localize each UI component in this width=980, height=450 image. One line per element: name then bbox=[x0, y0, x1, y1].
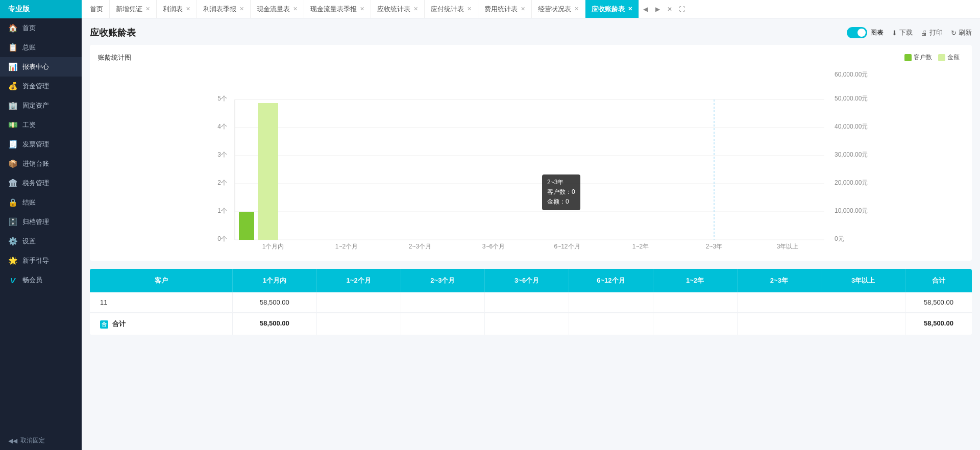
table-total-row: 合 合计 58,500.00 58,500.00 bbox=[90, 313, 972, 335]
svg-text:0个: 0个 bbox=[217, 235, 227, 242]
sidebar-item-label: 归档管理 bbox=[22, 217, 49, 227]
svg-text:5个: 5个 bbox=[217, 95, 227, 102]
sidebar-item-label: 畅会员 bbox=[22, 276, 42, 285]
total-icon: 合 bbox=[100, 320, 108, 329]
data-table: 客户 1个月内 1~2个月 2~3个月 3~6个月 6~12个月 1~2年 2~… bbox=[90, 269, 972, 335]
sidebar-item-label: 进销台账 bbox=[22, 159, 49, 168]
sidebar-item-tax[interactable]: 🏛️ 税务管理 bbox=[0, 173, 82, 193]
download-button[interactable]: ⬇ 下载 bbox=[892, 28, 913, 37]
tab-close-all-button[interactable]: ✕ bbox=[664, 3, 676, 15]
unpin-button[interactable]: ◀◀ 取消固定 bbox=[0, 431, 82, 450]
sidebar-item-invoice[interactable]: 🧾 发票管理 bbox=[0, 135, 82, 154]
tab-close-icon[interactable]: ✕ bbox=[413, 6, 418, 12]
sidebar-item-sales[interactable]: 📦 进销台账 bbox=[0, 154, 82, 173]
svg-text:20,000.00元: 20,000.00元 bbox=[835, 179, 868, 186]
total-y23 bbox=[738, 313, 822, 335]
cell-m23 bbox=[401, 292, 485, 312]
sidebar-item-archive[interactable]: 🗄️ 归档管理 bbox=[0, 212, 82, 232]
home-icon: 🏠 bbox=[8, 23, 17, 33]
tab-receivable-aging[interactable]: 应收账龄表 ✕ bbox=[585, 0, 639, 18]
invoice-icon: 🧾 bbox=[8, 140, 17, 149]
legend-amount-dot bbox=[938, 54, 945, 61]
svg-text:6~12个月: 6~12个月 bbox=[554, 243, 580, 250]
download-label: 下载 bbox=[899, 28, 913, 37]
tab-profit[interactable]: 利润表 ✕ bbox=[157, 0, 197, 18]
tab-close-icon[interactable]: ✕ bbox=[293, 6, 298, 12]
sidebar-item-label: 固定资产 bbox=[22, 101, 49, 110]
print-button[interactable]: 🖨 打印 bbox=[921, 28, 943, 37]
tab-close-icon[interactable]: ✕ bbox=[360, 6, 364, 12]
sidebar-item-home[interactable]: 🏠 首页 bbox=[0, 18, 82, 38]
sales-icon: 📦 bbox=[8, 159, 17, 168]
col-header-y12: 1~2年 bbox=[653, 269, 738, 292]
chart-svg-wrap: 0个 1个 2个 3个 4个 5个 0元 10,000.00元 20,000.0… bbox=[98, 67, 964, 253]
tab-home[interactable]: 首页 bbox=[84, 0, 110, 18]
col-header-m23: 2~3个月 bbox=[401, 269, 485, 292]
tab-close-icon[interactable]: ✕ bbox=[574, 6, 579, 12]
svg-text:1~2年: 1~2年 bbox=[632, 243, 649, 250]
tab-payable-stats[interactable]: 应付统计表 ✕ bbox=[425, 0, 478, 18]
print-icon: 🖨 bbox=[921, 29, 927, 37]
svg-text:50,000.00元: 50,000.00元 bbox=[835, 95, 868, 102]
legend-customers-dot bbox=[904, 54, 912, 61]
member-icon: V bbox=[8, 276, 17, 285]
tab-receivable-stats[interactable]: 应收统计表 ✕ bbox=[371, 0, 425, 18]
tab-close-icon[interactable]: ✕ bbox=[467, 6, 472, 12]
svg-text:4个: 4个 bbox=[217, 123, 227, 130]
tab-close-icon[interactable]: ✕ bbox=[628, 6, 632, 12]
tab-close-icon[interactable]: ✕ bbox=[239, 6, 244, 12]
sidebar-item-label: 结账 bbox=[22, 198, 36, 207]
col-header-m36: 3~6个月 bbox=[485, 269, 569, 292]
svg-text:40,000.00元: 40,000.00元 bbox=[835, 123, 868, 130]
col-header-m1: 1个月内 bbox=[233, 269, 317, 292]
svg-text:60,000.00元: 60,000.00元 bbox=[835, 71, 868, 78]
tab-next-button[interactable]: ▶ bbox=[651, 3, 664, 15]
total-m1: 58,500.00 bbox=[233, 313, 317, 335]
cell-y23 bbox=[738, 292, 822, 312]
header-actions: 图表 ⬇ 下载 🖨 打印 ↻ 刷新 bbox=[847, 27, 972, 38]
sidebar-item-ledger[interactable]: 📋 总账 bbox=[0, 38, 82, 57]
tab-new-voucher[interactable]: 新增凭证 ✕ bbox=[110, 0, 157, 18]
chart-toggle[interactable]: 图表 bbox=[847, 27, 884, 38]
tax-icon: 🏛️ bbox=[8, 179, 17, 188]
tab-cashflow-quarterly[interactable]: 现金流量表季报 ✕ bbox=[304, 0, 371, 18]
refresh-label: 刷新 bbox=[959, 28, 972, 37]
main-area: 首页 新增凭证 ✕ 利润表 ✕ 利润表季报 ✕ 现金流量表 ✕ 现金流量表季报 … bbox=[82, 0, 980, 450]
salary-icon: 💵 bbox=[8, 120, 17, 130]
assets-icon: 🏢 bbox=[8, 101, 17, 110]
tab-close-icon[interactable]: ✕ bbox=[521, 6, 525, 12]
cell-m1: 58,500.00 bbox=[233, 292, 317, 312]
sidebar-item-funds[interactable]: 💰 资金管理 bbox=[0, 77, 82, 96]
tab-expand-button[interactable]: ⛶ bbox=[676, 3, 688, 15]
refresh-button[interactable]: ↻ 刷新 bbox=[951, 28, 972, 37]
unpin-icon: ◀◀ bbox=[8, 437, 17, 444]
sidebar-item-settings[interactable]: ⚙️ 设置 bbox=[0, 232, 82, 251]
cell-customer: 11 bbox=[90, 292, 233, 312]
sidebar-item-guide[interactable]: 🌟 新手引导 bbox=[0, 251, 82, 270]
tab-close-icon[interactable]: ✕ bbox=[145, 6, 150, 12]
svg-text:2~3个月: 2~3个月 bbox=[409, 243, 431, 250]
sidebar-item-close[interactable]: 🔒 结账 bbox=[0, 193, 82, 212]
sidebar-item-salary[interactable]: 💵 工资 bbox=[0, 115, 82, 135]
sidebar-item-assets[interactable]: 🏢 固定资产 bbox=[0, 96, 82, 115]
toggle-knob[interactable] bbox=[847, 27, 867, 38]
sidebar-item-reports[interactable]: 📊 报表中心 bbox=[0, 57, 82, 77]
table-row: 11 58,500.00 58,500.00 bbox=[90, 292, 972, 313]
tab-expense-stats[interactable]: 费用统计表 ✕ bbox=[478, 0, 532, 18]
app-logo: 专业版 bbox=[0, 0, 82, 18]
sidebar-item-label: 发票管理 bbox=[22, 140, 49, 149]
bar-amount-0 bbox=[258, 103, 278, 240]
tab-business-status[interactable]: 经营状况表 ✕ bbox=[532, 0, 585, 18]
tab-close-icon[interactable]: ✕ bbox=[186, 6, 190, 12]
cell-m12 bbox=[317, 292, 401, 312]
cell-y12 bbox=[653, 292, 738, 312]
tab-profit-quarterly[interactable]: 利润表季报 ✕ bbox=[197, 0, 251, 18]
sidebar-item-member[interactable]: V 畅会员 bbox=[0, 270, 82, 290]
chart-svg: 0个 1个 2个 3个 4个 5个 0元 10,000.00元 20,000.0… bbox=[98, 67, 964, 251]
reports-icon: 📊 bbox=[8, 62, 17, 71]
tab-cashflow[interactable]: 现金流量表 ✕ bbox=[251, 0, 304, 18]
sidebar-item-label: 工资 bbox=[22, 120, 36, 130]
total-m36 bbox=[485, 313, 569, 335]
tab-prev-button[interactable]: ◀ bbox=[639, 3, 651, 15]
svg-text:10,000.00元: 10,000.00元 bbox=[835, 207, 868, 214]
